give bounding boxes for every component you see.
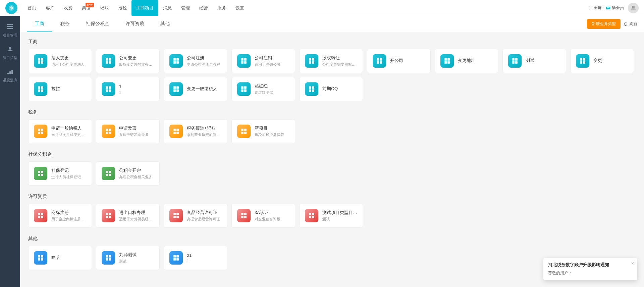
card-gs4[interactable]: 公司注销适用于注销公司 [231,49,295,73]
card-desc-ot3: 1 [187,259,222,263]
card-info-gs8: 测试 [526,58,560,65]
card-icon-gs7 [440,54,454,68]
card-ot1[interactable]: 哈哈 [28,246,92,270]
card-info-gs11: 11 [119,84,154,94]
nav-item-tax[interactable]: 报税 [113,0,131,16]
refresh-button[interactable]: 刷新 [623,21,637,27]
card-desc-xk2: 适用于对外贸易经营者 [119,217,154,222]
nav-item-home[interactable]: 首页 [23,0,41,16]
svg-rect-80 [173,132,176,134]
tab-shuiwu[interactable]: 税务 [52,16,78,32]
card-title-xk5: 测试项目类型目定义 [322,210,357,216]
card-info-gs3: 公司注册申请公司注册全流程 [187,55,222,67]
card-info-sw4: 新项目报税加税控盘保管 [255,125,289,137]
sidebar-item-project-mgmt[interactable]: 项目管理 [0,19,20,41]
card-xk4[interactable]: 3A认证对企业信誉评级 [231,204,295,228]
svg-rect-101 [109,216,111,218]
card-title-gs13: 葛红红 [255,83,289,89]
nav-item-management[interactable]: 管理 [176,0,195,16]
section-shebao-section: 社保公积金社保登记进行人员社保登记公积金开户办理公积金相关业务 [28,151,636,186]
card-gs7[interactable]: 变更地址 [435,49,498,73]
svg-rect-48 [580,61,582,64]
svg-rect-44 [512,61,515,64]
card-info-sw3: 税务报道+记账拿到营业执照的新公司 [187,125,222,137]
svg-rect-63 [244,86,247,89]
nav-item-messages[interactable]: 消息 [158,0,176,16]
nav-item-accounting[interactable]: 记账 [95,0,113,16]
svg-rect-3 [607,8,608,8]
card-desc-gs2: 股权变更外的业务变更 [119,62,154,67]
card-ot2[interactable]: 刘聪测试测试 [96,246,160,270]
card-xk1[interactable]: 商标注册用于企业商标注册服务 [28,204,92,228]
card-title-gs2: 公司变更 [119,55,154,61]
svg-rect-32 [309,61,311,64]
card-gs10[interactable]: 拉拉 [28,77,92,101]
refresh-label: 刷新 [629,21,637,27]
add-type-button[interactable]: 新增业务类型 [587,19,621,29]
sidebar-label-progress: 进度监测 [3,78,17,83]
card-info-gs12: 变更一般纳税人 [187,86,222,93]
card-gs5[interactable]: 股权转让公司变更需要股权转让 [299,49,363,73]
nav-item-operations[interactable]: 经营 [195,0,213,16]
svg-rect-36 [377,61,379,64]
svg-rect-31 [312,58,314,61]
svg-rect-56 [106,89,108,92]
top-navigation: 首页客户收费票据new记账报税工商项目消息管理经营服务设置 全屏 畅会员 [0,0,644,16]
card-desc-gs1: 适用于公司变更法人 [51,62,86,67]
card-gs1[interactable]: 法人变更适用于公司变更法人 [28,49,92,73]
card-sw1[interactable]: 申请一般纳税人当月或次月成变更完成 [28,119,92,143]
member-btn[interactable]: 畅会员 [606,5,624,11]
card-gs8[interactable]: 测试 [502,49,566,73]
card-icon-gs10 [34,82,47,96]
nav-item-settings[interactable]: 设置 [231,0,249,16]
card-info-ot3: 211 [187,253,222,263]
tab-other[interactable]: 其他 [152,16,178,32]
svg-rect-106 [241,213,244,215]
card-sw4[interactable]: 新项目报税加税控盘保管 [231,119,295,143]
svg-rect-26 [241,58,244,61]
card-gs6[interactable]: 开公司 [367,49,431,73]
nav-item-billing[interactable]: 收费 [59,0,77,16]
card-gs9[interactable]: 变更 [570,49,634,73]
tab-shebao[interactable]: 社保公积金 [78,16,117,32]
cards-grid-xuke-section: 商标注册用于企业商标注册服务进出口权办理适用于对外贸易经营者食品经营许可证办理食… [28,204,636,228]
tab-gongshang[interactable]: 工商 [27,16,52,32]
card-xk2[interactable]: 进出口权办理适用于对外贸易经营者 [96,204,160,228]
svg-rect-83 [244,129,247,131]
user-avatar[interactable] [628,3,639,13]
nav-item-services[interactable]: 服务 [213,0,231,16]
svg-rect-125 [176,258,179,261]
card-sw3[interactable]: 税务报道+记账拿到营业执照的新公司 [164,119,227,143]
card-icon-gs11 [102,82,115,96]
nav-item-tickets[interactable]: 票据new [77,0,95,16]
card-xk3[interactable]: 食品经营许可证办理食品经营许可证 [164,204,227,228]
tab-xuke[interactable]: 许可资质 [117,16,152,32]
card-xk5[interactable]: 测试项目类型目定义测试 [299,204,363,228]
svg-rect-9 [7,51,13,51]
card-gs2[interactable]: 公司变更股权变更外的业务变更 [96,49,160,73]
svg-rect-42 [512,58,515,61]
card-gs3[interactable]: 公司注册申请公司注册全流程 [164,49,227,73]
card-sb1[interactable]: 社保登记进行人员社保登记 [28,161,92,186]
card-gs13[interactable]: 葛红红葛红红测试 [231,77,295,101]
notification-close[interactable]: × [631,261,634,266]
card-ot3[interactable]: 211 [164,246,227,270]
svg-rect-94 [38,213,40,215]
svg-rect-16 [38,61,40,64]
card-sb2[interactable]: 公积金开户办理公积金相关业务 [96,161,160,186]
card-gs12[interactable]: 变更一般纳税人 [164,77,227,101]
sidebar-item-progress[interactable]: 进度监测 [0,64,20,86]
card-icon-gs13 [237,82,251,96]
card-gs11[interactable]: 11 [96,77,160,101]
app-logo[interactable] [5,2,17,14]
card-sw2[interactable]: 申请发票办理申请发票业务 [96,119,160,143]
nav-item-clients[interactable]: 客户 [41,0,59,16]
svg-rect-96 [38,216,40,218]
sidebar-icon-project-type [5,45,15,54]
sidebar-item-project-type[interactable]: 项目类型 [0,41,20,64]
card-desc-sw4: 报税加税控盘保管 [255,132,289,137]
fullscreen-btn[interactable]: 全屏 [588,5,602,11]
card-gs14[interactable]: 前期QQ [299,77,363,101]
svg-rect-88 [38,174,40,176]
nav-item-industrial[interactable]: 工商项目 [131,0,158,16]
